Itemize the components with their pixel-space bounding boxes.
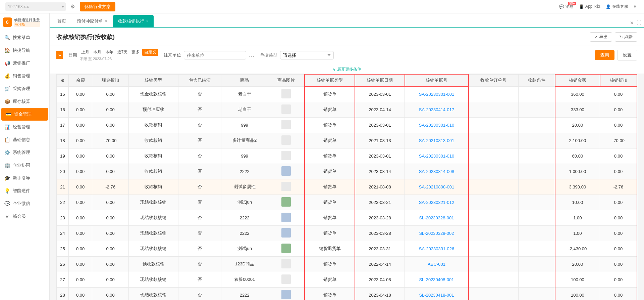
cell-cancel-voucher-no-2: SA-20230301-010 xyxy=(405,117,469,133)
tab-close-2[interactable]: × xyxy=(146,19,149,24)
cell-receipt-condition-2 xyxy=(518,117,555,133)
sidebar-label-hardware: 智能硬件 xyxy=(13,188,30,194)
sidebar-item-hardware[interactable]: 💡 智能硬件 xyxy=(0,184,49,197)
cell-cancel-amount-6: 3,390.00 xyxy=(555,179,600,195)
cell-include-settled-6: 否 xyxy=(178,179,221,195)
sidebar-label-member: 畅会员 xyxy=(13,213,26,219)
user-name[interactable]: Rit xyxy=(634,4,639,9)
sidebar-icon-search: 🔍 xyxy=(4,35,10,41)
cell-cancel-voucher-type-12: 销货单 xyxy=(305,272,355,287)
cancel-voucher-link-10[interactable]: SA-20230331-026 xyxy=(419,246,454,251)
cell-include-settled-13: 否 xyxy=(178,287,221,300)
cell-goods-2: 999 xyxy=(221,117,268,133)
online-service-btn[interactable]: 👤 在线客服 xyxy=(606,4,628,9)
cell-cancel-amount-7: 10.00 xyxy=(555,195,600,210)
date-more[interactable]: 更多 xyxy=(130,49,141,56)
cell-include-settled-9: 否 xyxy=(178,225,221,241)
sidebar-item-quick[interactable]: 🏠 快捷导航 xyxy=(0,44,49,57)
date-this-year[interactable]: 本年 xyxy=(104,49,115,56)
sidebar-item-inventory[interactable]: 📦 库存核算 xyxy=(0,95,49,108)
tabs-container: 首页预付冲应付单×收款核销执行× xyxy=(52,15,630,27)
solution-btn[interactable]: 休验行业方案 xyxy=(80,2,115,11)
cell-no-9: 24 xyxy=(57,225,69,241)
sidebar-item-basic[interactable]: 📋 基础信息 xyxy=(0,133,49,146)
logo-text: 畅捷通道好生意 xyxy=(14,17,40,22)
table-wrapper: ⚙ 余额 现金折扣 核销类型 包含已结清 商品 商品图片 核销单据类型 核销单据… xyxy=(50,74,644,300)
date-last-month[interactable]: 上月 xyxy=(80,49,91,56)
sidebar-item-finance[interactable]: 💳 资金管理 xyxy=(1,108,48,121)
sidebar-item-marketing[interactable]: 📢 营销推广 xyxy=(0,57,49,70)
cell-balance-5: 0.00 xyxy=(69,164,92,179)
sidebar-item-search[interactable]: 🔍 搜索菜单 xyxy=(0,31,49,44)
cancel-voucher-link-12[interactable]: SL-20230408-001 xyxy=(419,277,454,282)
tab-2[interactable]: 收款核销执行× xyxy=(113,15,154,27)
message-btn[interactable]: 💬 消息 99+ xyxy=(559,4,574,9)
cancel-voucher-link-6[interactable]: SA-20210808-001 xyxy=(419,184,454,189)
cell-cancel-date-7: 2023-03-21 xyxy=(355,195,405,210)
cancel-voucher-link-2[interactable]: SA-20230301-010 xyxy=(419,123,454,128)
cell-receipt-condition-3 xyxy=(518,133,555,148)
cell-cancel-type-2: 收款核销 xyxy=(129,117,178,133)
cell-goods-3: 多计量商品2 xyxy=(221,133,268,148)
cancel-voucher-link-8[interactable]: SL-20230328-001 xyxy=(419,215,454,220)
th-cash-discount: 现金折扣 xyxy=(92,74,129,86)
sidebar-item-enterprise[interactable]: 🏢 企业协同 xyxy=(0,159,49,172)
app-download-btn[interactable]: 📱 App下载 xyxy=(579,4,600,9)
table-row: 26 0.00 0.00 预收款核销 否 123D商品 销货单 2022-04-… xyxy=(57,256,637,272)
restore-icon[interactable]: ⛶ xyxy=(637,20,641,26)
cell-receipt-order-no-2 xyxy=(469,117,518,133)
cancel-voucher-link-0[interactable]: SA-20230301-001 xyxy=(419,92,454,97)
date-buttons: 上月 本月 本年 近7天 更多 自定义 xyxy=(80,49,159,56)
cancel-voucher-link-11[interactable]: ABC-001 xyxy=(428,262,445,267)
cell-receipt-order-no-9 xyxy=(469,225,518,241)
tab-0[interactable]: 首页 xyxy=(52,15,71,27)
cell-cash-discount-10: 0.00 xyxy=(92,241,129,256)
sidebar-icon-system: ⚙️ xyxy=(4,149,10,156)
cell-cancel-discount-8: 0.00 xyxy=(600,210,637,225)
sidebar-item-wechat[interactable]: 💬 企业微信 xyxy=(0,197,49,210)
cancel-voucher-link-3[interactable]: SA-20210813-001 xyxy=(419,138,454,143)
tab-close-1[interactable]: × xyxy=(105,19,107,24)
sidebar-item-purchase[interactable]: 🛒 采购管理 xyxy=(0,82,49,95)
cancel-voucher-link-9[interactable]: SL-20230328-002 xyxy=(419,231,454,236)
cancel-voucher-link-13[interactable]: SL-20230418-001 xyxy=(419,293,454,298)
page-actions: ↗ 导出 ↻ 刷新 xyxy=(590,32,637,42)
date-this-month[interactable]: 本月 xyxy=(92,49,103,56)
sidebar-item-system[interactable]: ⚙️ 系统管理 xyxy=(0,146,49,159)
sidebar-item-sales[interactable]: 💰 销售管理 xyxy=(0,70,49,82)
voucher-type-select[interactable]: 请选择 xyxy=(280,51,334,59)
date-custom[interactable]: 自定义 xyxy=(142,49,158,56)
settings-icon[interactable]: ⚙ xyxy=(68,2,77,11)
table-body: 15 0.00 0.00 现金收款核销 否 老白干 销货单 2023-03-01… xyxy=(57,86,637,300)
table-row: 17 0.00 0.00 收款核销 否 999 销货单 2023-03-01 S… xyxy=(57,117,637,133)
page-header: 收款核销执行(按收款) ↗ 导出 ↻ 刷新 xyxy=(50,28,644,45)
cell-receipt-condition-0 xyxy=(518,86,555,102)
partner-input[interactable] xyxy=(184,51,246,59)
table-row: 24 0.00 0.00 现结收款核销 否 2222 销货单 2023-03-2… xyxy=(57,225,637,241)
table-row: 20 0.00 0.00 收款核销 否 2222 销货单 2023-03-14 … xyxy=(57,164,637,179)
query-btn[interactable]: 查询 xyxy=(595,50,614,60)
cancel-voucher-link-1[interactable]: SA-20230414-017 xyxy=(419,107,454,112)
sidebar-item-guide[interactable]: 🎓 新手引导 xyxy=(0,172,49,184)
refresh-btn[interactable]: ↻ 刷新 xyxy=(615,32,637,42)
tab-1[interactable]: 预付冲应付单× xyxy=(72,15,112,27)
th-settings[interactable]: ⚙ xyxy=(57,74,69,86)
date-7days[interactable]: 近7天 xyxy=(116,49,129,56)
address-bar[interactable]: 192.168.x.x xyxy=(5,2,66,11)
cancel-voucher-link-5[interactable]: SA-20230314-008 xyxy=(419,169,454,174)
export-btn[interactable]: ↗ 导出 xyxy=(590,32,612,42)
cell-no-5: 20 xyxy=(57,164,69,179)
cell-cancel-amount-13: 100.00 xyxy=(555,287,600,300)
sidebar-item-member[interactable]: V 畅会员 xyxy=(0,210,49,223)
cancel-voucher-link-7[interactable]: SA-20230321-012 xyxy=(419,200,454,205)
sidebar-item-operation[interactable]: 📊 经营管理 xyxy=(0,121,49,133)
cancel-voucher-link-4[interactable]: SA-20230301-010 xyxy=(419,154,454,159)
close-tab-icon[interactable]: ✕ xyxy=(630,20,634,26)
cell-cancel-voucher-no-12: SL-20230408-001 xyxy=(405,272,469,287)
setting-btn[interactable]: 设置 xyxy=(617,50,637,60)
cell-goods-img-2 xyxy=(268,117,305,133)
message-icon: 💬 xyxy=(559,4,564,9)
cell-cancel-type-11: 预收款核销 xyxy=(129,256,178,272)
filter-toggle-btn[interactable]: » xyxy=(56,51,63,59)
expand-more-btn[interactable]: ∨ 展开更多条件 xyxy=(333,67,361,72)
